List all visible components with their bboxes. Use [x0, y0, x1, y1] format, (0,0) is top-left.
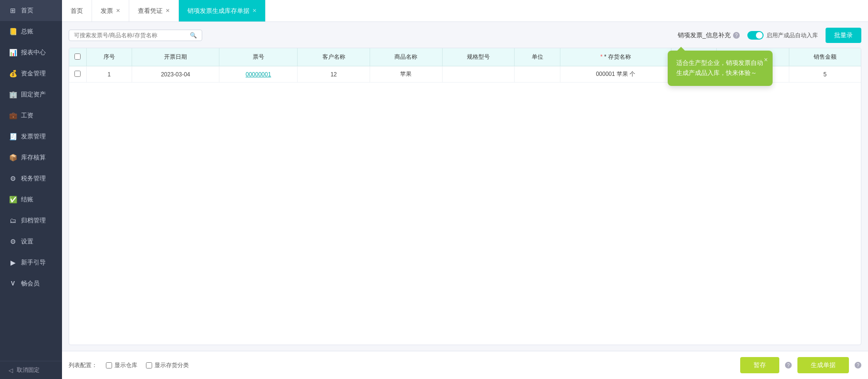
sidebar-item-label: 工资 [21, 111, 33, 120]
tab-voucher-label: 查看凭证 [138, 7, 163, 15]
tab-invoice-close[interactable]: ✕ [116, 8, 120, 14]
content-area: 🔍 销项发票_信息补充 ? 启用产成品自动入库 批量录 [62, 22, 868, 351]
sidebar-item-guide[interactable]: ▶ 新手引导 [0, 252, 62, 273]
sidebar-item-reports[interactable]: 📊 报表中心 [0, 42, 62, 63]
generate-info-icon[interactable]: ? [855, 362, 861, 368]
generate-button[interactable]: 生成单据 [797, 357, 849, 373]
tab-invoice-label: 发票 [101, 7, 113, 15]
toggle-area: 启用产成品自动入库 [747, 31, 818, 40]
col-amount: 销售金额 [789, 48, 861, 66]
row-inventory: 000001 苹果 个 [560, 66, 671, 83]
sidebar-item-label: 设置 [21, 237, 33, 246]
col-ticket-no: 票号 [219, 48, 298, 66]
row-checkbox[interactable] [74, 71, 81, 77]
toggle-switch[interactable] [747, 31, 764, 40]
col-inventory: * * 存货名称 [560, 48, 671, 66]
sidebar-item-home[interactable]: ⊞ 首页 [0, 0, 62, 21]
sidebar: ⊞ 首页 📒 总账 📊 报表中心 💰 资金管理 🏢 固定资产 💼 工资 🧾 发票… [0, 0, 62, 379]
settlement-icon: ✅ [9, 196, 17, 203]
footer-left: 列表配置： 显示仓库 显示存货分类 [69, 361, 189, 369]
search-box[interactable]: 🔍 [69, 30, 202, 41]
col-date: 开票日期 [132, 48, 219, 66]
unpin-label: 取消固定 [17, 366, 40, 374]
sidebar-item-tax[interactable]: ⚙ 税务管理 [0, 168, 62, 189]
row-unit [515, 66, 560, 83]
tab-home-label: 首页 [71, 7, 83, 15]
main-area: 首页 发票 ✕ 查看凭证 ✕ 销项发票生成库存单据 ✕ 🔍 销项发票_信息补充 [62, 0, 868, 379]
sidebar-item-label: 畅会员 [21, 279, 40, 288]
sidebar-item-settings[interactable]: ⚙ 设置 [0, 231, 62, 252]
tab-stock-slip[interactable]: 销项发票生成库存单据 ✕ [179, 0, 266, 21]
col-customer: 客户名称 [298, 48, 370, 66]
sidebar-item-label: 结账 [21, 195, 33, 204]
col-unit: 单位 [515, 48, 560, 66]
sidebar-item-salary[interactable]: 💼 工资 [0, 105, 62, 126]
row-date: 2023-03-04 [132, 66, 219, 83]
toggle-label-text: 启用产成品自动入库 [766, 32, 818, 40]
sidebar-unpin[interactable]: ◁ 取消固定 [0, 361, 62, 379]
tooltip-text: 适合生产型企业，销项发票自动生成产成品入库，快来体验～ [676, 59, 763, 76]
sidebar-item-settlement[interactable]: ✅ 结账 [0, 189, 62, 210]
ticket-link[interactable]: 00000001 [246, 71, 271, 78]
required-star: * [600, 53, 603, 60]
table-wrap: 序号 开票日期 票号 客户名称 商品名称 规格型号 单位 * * 存货名称 数量… [69, 48, 861, 345]
sidebar-item-label: 总账 [21, 27, 33, 36]
sidebar-item-label: 税务管理 [21, 174, 46, 183]
info-label: 销项发票_信息补充 ? [678, 31, 740, 40]
select-all-checkbox[interactable] [74, 53, 81, 60]
save-info-icon[interactable]: ? [785, 362, 792, 368]
assets-icon: 🏢 [9, 91, 17, 98]
tab-bar: 首页 发票 ✕ 查看凭证 ✕ 销项发票生成库存单据 ✕ [62, 0, 868, 22]
col-spec: 规格型号 [442, 48, 515, 66]
show-category-text: 显示存货分类 [155, 361, 189, 369]
sidebar-item-assets[interactable]: 🏢 固定资产 [0, 84, 62, 105]
show-category-checkbox[interactable] [146, 362, 152, 368]
sidebar-item-archive[interactable]: 🗂 归档管理 [0, 210, 62, 231]
search-input[interactable] [74, 32, 187, 39]
batch-button[interactable]: 批量录 [826, 28, 861, 43]
show-category-label[interactable]: 显示存货分类 [146, 361, 189, 369]
settings-icon: ⚙ [9, 238, 17, 245]
col-product: 商品名称 [370, 48, 442, 66]
tab-voucher[interactable]: 查看凭证 ✕ [129, 0, 179, 21]
tooltip-popup: × 适合生产型企业，销项发票自动生成产成品入库，快来体验～ [668, 51, 773, 86]
sidebar-item-label: 报表中心 [21, 48, 46, 57]
inventory-icon: 📦 [9, 154, 17, 161]
salary-icon: 💼 [9, 112, 17, 119]
archive-icon: 🗂 [9, 217, 17, 224]
tab-voucher-close[interactable]: ✕ [165, 8, 170, 14]
show-warehouse-label[interactable]: 显示仓库 [106, 361, 137, 369]
sidebar-item-member[interactable]: V 畅会员 [0, 273, 62, 294]
toolbar-row: 🔍 销项发票_信息补充 ? 启用产成品自动入库 批量录 [69, 28, 861, 43]
tab-home[interactable]: 首页 [62, 0, 92, 21]
show-warehouse-text: 显示仓库 [114, 361, 137, 369]
sidebar-item-label: 首页 [21, 6, 33, 15]
capital-icon: 💰 [9, 70, 17, 77]
sidebar-item-capital[interactable]: 💰 资金管理 [0, 63, 62, 84]
save-button[interactable]: 暂存 [740, 357, 779, 373]
home-icon: ⊞ [9, 7, 17, 14]
info-icon[interactable]: ? [733, 32, 740, 39]
sidebar-item-label: 发票管理 [21, 132, 46, 141]
tab-invoice[interactable]: 发票 ✕ [92, 0, 129, 21]
ledger-icon: 📒 [9, 28, 17, 35]
col-checkbox [69, 48, 86, 66]
tab-stock-slip-close[interactable]: ✕ [252, 8, 257, 14]
sidebar-item-label: 新手引导 [21, 258, 46, 267]
show-warehouse-checkbox[interactable] [106, 362, 112, 368]
col-seq: 序号 [86, 48, 132, 66]
reports-icon: 📊 [9, 49, 17, 56]
sidebar-item-inventory[interactable]: 📦 库存核算 [0, 147, 62, 168]
row-product: 苹果 [370, 66, 442, 83]
row-ticket-no[interactable]: 00000001 [219, 66, 298, 83]
row-checkbox-cell [69, 66, 86, 83]
tax-icon: ⚙ [9, 175, 17, 182]
row-amount: 5 [789, 66, 861, 83]
sidebar-item-invoice-mgmt[interactable]: 🧾 发票管理 [0, 126, 62, 147]
right-toolbar: 销项发票_信息补充 ? 启用产成品自动入库 批量录 [678, 28, 861, 43]
invoice-mgmt-icon: 🧾 [9, 133, 17, 140]
sidebar-item-label: 归档管理 [21, 216, 46, 225]
tooltip-close-button[interactable]: × [764, 54, 768, 65]
sidebar-item-ledger[interactable]: 📒 总账 [0, 21, 62, 42]
sidebar-item-label: 资金管理 [21, 69, 46, 78]
